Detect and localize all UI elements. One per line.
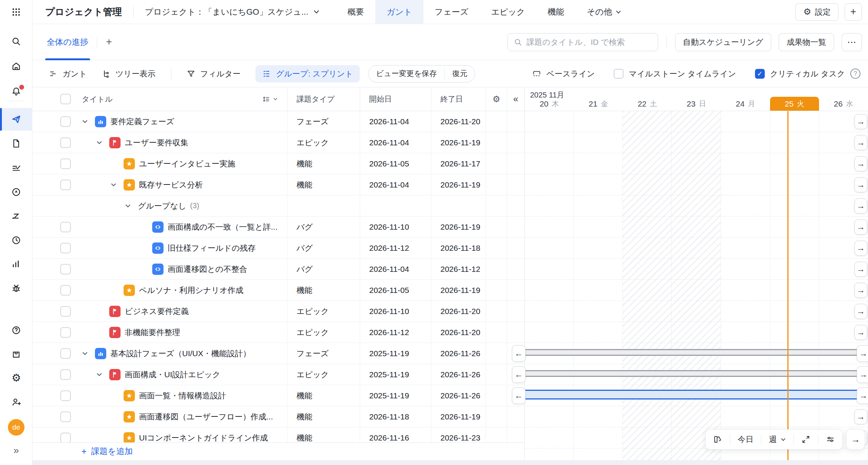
sort-control[interactable] [262,95,278,103]
tree-view-button[interactable]: ツリー表示 [102,69,155,79]
auto-schedule-button[interactable]: 自動スケジューリング [675,33,771,51]
row-checkbox[interactable] [60,412,71,422]
table-row[interactable]: ★既存サービス分析機能2026-11-042026-11-19 [32,174,524,195]
table-row[interactable]: 画面構成・UI設計エピックエピック2025-11-192026-11-26 [32,364,524,385]
today-button[interactable]: 今日 [738,434,753,445]
jump-to-bar-button[interactable]: → [854,156,867,171]
jump-to-bar-button[interactable]: → [854,220,867,235]
day-header[interactable]: 21金 [574,97,623,111]
settings-button[interactable]: ⚙ 設定 [795,3,839,21]
app-grid-icon[interactable] [0,2,32,22]
row-checkbox[interactable] [60,433,71,443]
zoom-level-dropdown[interactable]: 週 [769,434,786,445]
settings-gear-icon[interactable]: ⚙ [0,368,32,388]
tab-feature[interactable]: 機能 [536,0,575,24]
jump-to-bar-button[interactable]: → [854,304,867,319]
row-checkbox[interactable] [60,116,71,127]
gantt-bar-blue[interactable] [525,390,868,399]
tasks-checklist-icon[interactable] [0,158,32,178]
critical-tasks-label[interactable]: クリティカル タスク [770,69,845,79]
tab-gantt[interactable]: ガント [375,0,423,24]
jump-to-bar-button[interactable]: → [854,325,867,340]
add-button[interactable]: + [845,3,862,21]
goal-target-icon[interactable] [0,182,32,202]
row-checkbox[interactable] [60,222,71,232]
more-menu-button[interactable]: ⋯ [842,33,862,51]
chevron-down-icon[interactable] [82,352,95,355]
chevron-down-icon[interactable] [125,204,138,208]
critical-tasks-checkbox[interactable]: ✓ [755,69,765,79]
revert-view-button[interactable]: 復元 [445,65,475,82]
bug-icon[interactable] [0,279,32,298]
scroll-to-bar-end-button[interactable]: → [857,366,868,383]
help-icon[interactable]: ? [850,69,860,79]
day-header-today[interactable]: 25火 [770,97,819,111]
clock-icon[interactable] [0,230,32,250]
gantt-view-switch[interactable]: ガント [49,69,87,79]
save-view-button[interactable]: ビュー変更を保存 [368,65,444,82]
collapse-panel-button[interactable]: « [507,87,524,111]
tab-overview[interactable]: 概要 [336,0,375,24]
table-row[interactable]: 要件定義フェーズフェーズ2026-11-042026-11-20 [32,111,524,132]
filter-button[interactable]: フィルター [186,69,240,79]
jump-to-bar-button[interactable]: → [854,198,867,213]
jump-to-bar-button[interactable]: → [854,409,867,424]
jump-to-bar-button[interactable]: → [854,135,867,150]
invite-user-icon[interactable] [0,392,32,412]
table-row[interactable]: ★画面遷移図（ユーザーフロー）作成...機能2026-11-182026-11-… [32,406,524,427]
table-row[interactable]: 基本設計フェーズ（UI/UX・機能設計）フェーズ2025-11-192026-1… [32,343,524,364]
table-row[interactable]: 画面構成の不一致（一覧と詳...バグ2026-11-102026-11-19 [32,216,524,238]
table-row[interactable]: ★ユーザーインタビュー実施機能2026-11-052026-11-17 [32,153,524,174]
chevron-down-icon[interactable] [82,120,95,123]
expand-sidebar-icon[interactable]: » [0,441,32,460]
row-checkbox[interactable] [60,243,71,253]
view-style-button[interactable] [713,435,722,444]
table-row[interactable]: ビジネス要件定義エピック2026-11-102026-11-20 [32,301,524,322]
document-icon[interactable] [0,134,32,153]
table-row[interactable]: グループなし(3) [32,195,524,216]
search-input[interactable] [527,38,647,47]
table-row[interactable]: ★画面一覧・情報構造設計機能2025-11-192026-11-26 [32,385,524,406]
sidebar-item-projects-active[interactable] [0,108,32,131]
search-box[interactable] [507,33,658,51]
package-bag-icon[interactable] [0,344,32,364]
scroll-to-bar-start-button[interactable]: ← [512,345,526,362]
column-settings-button[interactable]: ⚙ [486,87,507,111]
tab-more[interactable]: その他 [575,0,633,24]
view-tab-overall-progress[interactable]: 全体の進捗 [45,24,90,60]
row-checkbox[interactable] [60,137,71,148]
day-header[interactable]: 23日 [672,97,721,111]
chevron-down-icon[interactable] [96,373,109,377]
scroll-to-bar-start-button[interactable]: ← [512,366,526,383]
row-checkbox[interactable] [60,348,71,359]
jump-to-bar-button[interactable]: → [854,262,867,277]
avatar[interactable]: de [8,419,24,436]
day-header[interactable]: 26水 [819,97,868,111]
table-row[interactable]: 画面遷移図との不整合バグ2026-11-042026-11-12 [32,259,524,280]
jump-to-bar-button[interactable]: → [854,241,867,256]
chevron-down-icon[interactable] [111,183,124,187]
search-icon[interactable] [0,32,32,51]
gantt-bar-gray[interactable] [525,349,868,356]
gantt-bar-gray[interactable] [525,370,868,377]
tab-epic[interactable]: エピック [480,0,536,24]
milestone-timeline-label[interactable]: マイルストーン タイムライン [629,69,736,79]
row-checkbox[interactable] [60,285,71,296]
chart-icon[interactable] [0,255,32,274]
table-row[interactable]: 非機能要件整理エピック2026-11-122026-11-20 [32,322,524,343]
milestone-timeline-checkbox[interactable] [614,69,623,79]
scroll-to-bar-end-button[interactable]: → [857,387,868,404]
fullscreen-button[interactable] [801,435,810,444]
row-checkbox[interactable] [60,327,71,338]
add-view-icon[interactable]: + [106,36,112,48]
help-icon[interactable] [0,320,32,340]
row-checkbox[interactable] [60,264,71,274]
scroll-to-bar-end-button[interactable]: → [857,345,868,362]
table-row[interactable]: ユーザー要件収集エピック2026-11-042026-11-19 [32,132,524,153]
home-icon[interactable] [0,56,32,76]
day-header[interactable]: 24月 [721,97,770,111]
gantt-settings-button[interactable] [826,435,835,444]
group-by-sprint-chip[interactable]: グループ: スプリント [255,65,360,82]
table-row[interactable]: 旧仕様フィールドの残存バグ2026-11-122026-11-18 [32,238,524,259]
baseline-label[interactable]: ベースライン [547,69,595,79]
